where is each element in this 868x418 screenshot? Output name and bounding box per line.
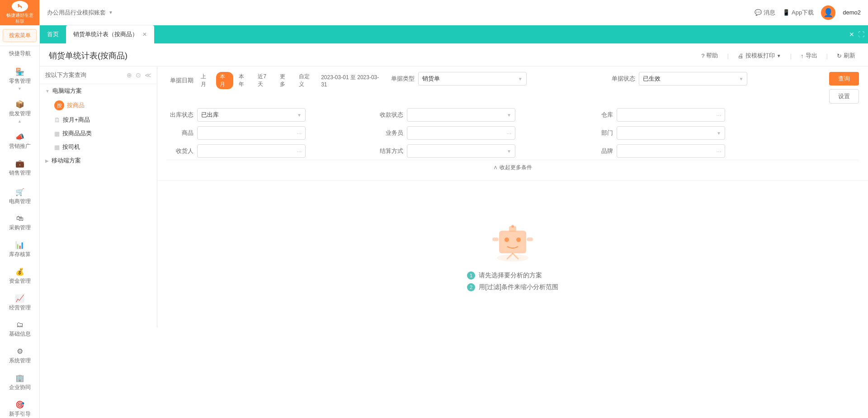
payment-method-select[interactable]: ▼	[407, 144, 515, 158]
main-layout: 按以下方案查询 ⊕ ⊙ ≪ ▼ 电脑端方案 按 按商品	[40, 66, 868, 328]
doc-status-select[interactable]: 已生效 ▼	[639, 72, 747, 86]
tab-sales-report[interactable]: 销货单统计表（按商品） ✕	[66, 25, 154, 43]
doc-type-select[interactable]: 销货单 ▼	[418, 72, 527, 86]
sidebar-item-guide[interactable]: 🎯 新手引导	[0, 396, 39, 418]
doc-status-value: 已生效	[643, 75, 660, 83]
message-icon: 💬	[755, 9, 762, 16]
divider-print: |	[790, 52, 792, 59]
salesman-dots-icon[interactable]: ···	[506, 130, 511, 137]
doc-type-label: 单据类型	[387, 75, 415, 83]
add-scheme-icon[interactable]: ⊕	[127, 71, 132, 79]
product-label: 商品	[166, 129, 193, 137]
sidebar-search-section: 搜索菜单	[0, 25, 39, 46]
page-header-actions: ? 帮助 | 🖨 按模板打印 ▼ | ↑ 导出 |	[698, 50, 859, 62]
tree-item-by-product[interactable]: 按 按商品	[40, 98, 157, 113]
svg-point-2	[497, 254, 528, 261]
query-button[interactable]: 查询	[829, 72, 859, 86]
warehouse-input[interactable]: ···	[617, 108, 725, 122]
sidebar-item-system[interactable]: ⚙ 系统管理	[0, 342, 39, 369]
warehouse-dots-icon[interactable]: ···	[716, 112, 721, 119]
search-menu-button[interactable]: 搜索菜单	[3, 29, 37, 42]
topbar-dropdown-icon[interactable]: ▼	[108, 10, 113, 15]
topbar: 办公用品行业模拟账套 ▼ 💬 消息 📱 App下载 👤 demo2	[40, 0, 868, 25]
tab-close-button[interactable]: ✕	[142, 31, 147, 38]
settings-scheme-icon[interactable]: ⊙	[136, 71, 141, 79]
tree-mobile-group[interactable]: ▶ 移动端方案	[40, 154, 157, 167]
sidebar-quick-nav[interactable]: 快捷导航	[0, 46, 39, 61]
sidebar-item-inventory[interactable]: 📊 库存核算	[0, 236, 39, 263]
brand-dots-icon[interactable]: ···	[716, 148, 721, 155]
retail-arrow: ▼	[18, 86, 22, 91]
message-button[interactable]: 💬 消息	[755, 9, 775, 17]
purchase-label: 采购管理	[9, 224, 31, 232]
date-shortcut-custom[interactable]: 自定义	[295, 72, 317, 89]
date-filter-label: 单据日期	[166, 76, 193, 85]
warehouse-status-select[interactable]: 已出库 ▼	[197, 108, 306, 122]
warehouse-status-chevron: ▼	[297, 113, 302, 118]
department-label: 部门	[586, 129, 613, 137]
enterprise-label: 企业协同	[9, 384, 31, 391]
sidebar-item-ecommerce[interactable]: 🛒 电商管理	[0, 183, 39, 210]
sidebar-item-purchase[interactable]: 🛍 采购管理	[0, 210, 39, 236]
sidebar-item-operations[interactable]: 📈 经营管理	[0, 290, 39, 316]
date-shortcut-more[interactable]: 更多	[276, 72, 293, 89]
app-download-label: App下载	[792, 9, 814, 17]
tree-pc-group[interactable]: ▼ 电脑端方案	[40, 84, 157, 98]
app-download-button[interactable]: 📱 App下载	[783, 9, 814, 17]
by-product-icon: 按	[54, 100, 64, 110]
tree-item-by-month-product[interactable]: 🗓 按月+商品	[40, 113, 157, 127]
sidebar-item-sales[interactable]: 💼 销售管理	[0, 155, 39, 181]
payment-status-select[interactable]: ▼	[407, 108, 515, 122]
product-input[interactable]: ···	[197, 126, 306, 140]
print-button[interactable]: 🖨 按模板打印 ▼	[734, 50, 785, 62]
sidebar-item-wholesale[interactable]: 📦 批发管理 ▲	[0, 95, 39, 128]
tab-home[interactable]: 首页	[40, 25, 66, 43]
receiver-dots-icon[interactable]: ···	[297, 148, 302, 155]
help-button[interactable]: ? 帮助	[698, 50, 722, 62]
settings-button[interactable]: 设置	[829, 89, 859, 104]
collapse-more-conditions[interactable]: ∧ 收起更多条件	[166, 160, 859, 175]
user-avatar-img: 👤	[823, 8, 833, 18]
salesman-label: 业务员	[376, 129, 403, 137]
payment-status-label: 收款状态	[376, 111, 403, 119]
tab-close-all-icon[interactable]: ✕	[849, 31, 854, 38]
tree-item-by-category[interactable]: ▦ 按商品品类	[40, 127, 157, 140]
date-shortcut-this-month[interactable]: 本月	[216, 72, 233, 89]
left-panel-title: 按以下方案查询	[45, 71, 86, 79]
doc-type-chevron: ▼	[518, 76, 523, 81]
help-label: 帮助	[706, 52, 718, 60]
department-select[interactable]: ▼	[617, 126, 725, 140]
date-shortcut-7days[interactable]: 近7天	[254, 72, 274, 89]
sidebar-item-retail[interactable]: 🏪 零售管理 ▼	[0, 63, 39, 95]
doc-type-value: 销货单	[422, 75, 440, 83]
export-button[interactable]: ↑ 导出	[797, 50, 821, 62]
divider-export: |	[826, 52, 828, 59]
date-shortcut-last-month[interactable]: 上月	[197, 72, 214, 89]
topbar-actions: 💬 消息 📱 App下载 👤 demo2	[755, 5, 861, 20]
svg-point-1	[18, 4, 19, 6]
refresh-button[interactable]: ↻ 刷新	[833, 50, 859, 62]
inventory-label: 库存核算	[9, 251, 31, 258]
by-category-label: 按商品品类	[62, 129, 92, 138]
sidebar-item-marketing[interactable]: 📣 营销推广	[0, 128, 39, 155]
date-shortcut-this-year[interactable]: 本年	[235, 72, 252, 89]
user-avatar[interactable]: 👤	[821, 5, 835, 20]
brand-input[interactable]: ···	[617, 144, 725, 158]
tab-expand-icon[interactable]: ⛶	[858, 31, 864, 38]
sidebar-item-enterprise[interactable]: 🏢 企业协同	[0, 369, 39, 396]
department-chevron: ▼	[717, 131, 721, 136]
collapse-panel-icon[interactable]: ≪	[145, 71, 151, 79]
product-dots-icon[interactable]: ···	[297, 130, 302, 137]
payment-method-chevron: ▼	[507, 149, 511, 154]
divider-help: |	[727, 52, 728, 59]
tree-item-by-driver[interactable]: ▦ 按司机	[40, 140, 157, 154]
sales-label: 销售管理	[9, 169, 31, 177]
retail-icon: 🏪	[15, 67, 24, 76]
tip-num-1: 1	[467, 271, 475, 280]
receiver-input[interactable]: ···	[197, 144, 306, 158]
by-driver-icon: ▦	[54, 144, 60, 151]
sidebar-item-basic[interactable]: 🗂 基础信息	[0, 316, 39, 342]
date-range-text: 2023-03-01 至 2023-03-31	[321, 74, 380, 88]
salesman-input[interactable]: ···	[407, 126, 515, 140]
sidebar-item-finance[interactable]: 💰 资金管理	[0, 263, 39, 290]
